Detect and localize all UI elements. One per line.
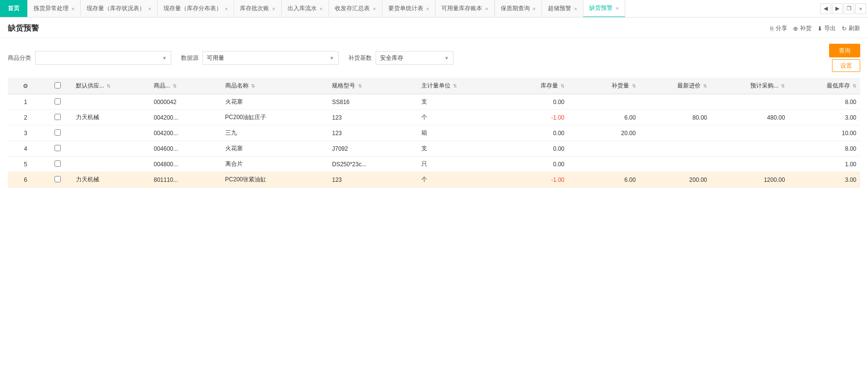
filter-category-label: 商品分类 xyxy=(8,54,31,62)
cell-supplier-2 xyxy=(72,125,150,141)
tab-exception-close[interactable]: × xyxy=(72,6,74,12)
cell-code-4: 004800... xyxy=(150,157,221,172)
tab-overstock-close[interactable]: × xyxy=(574,6,577,12)
tab-shortage-close[interactable]: × xyxy=(615,5,618,11)
th-code[interactable]: 商品... ⇅ xyxy=(150,78,221,94)
tab-inout-label: 出入库流水 xyxy=(288,4,317,13)
row-checkbox-0[interactable] xyxy=(54,98,61,105)
cell-code-3: 004600... xyxy=(150,141,221,157)
cell-price-3 xyxy=(640,141,711,157)
tab-order-stats-close[interactable]: × xyxy=(426,6,429,12)
tab-shortage[interactable]: 缺货预警 × xyxy=(583,0,625,18)
cell-spec-4: DS250*23c... xyxy=(328,157,417,172)
th-supplier[interactable]: 默认供应... ⇅ xyxy=(72,78,150,94)
replenish-label: 补货 xyxy=(800,24,812,33)
stock-value-1: -1.00 xyxy=(551,114,564,121)
tab-nav-buttons: ◀ ▶ ❐ × xyxy=(818,3,868,14)
row-checkbox-1[interactable] xyxy=(54,114,61,120)
th-minstock-label: 最低库存 xyxy=(827,82,850,89)
window-close-button[interactable]: × xyxy=(855,3,866,14)
th-spec[interactable]: 规格型号 ⇅ xyxy=(328,78,417,94)
filter-datasource-value: 可用量 xyxy=(207,54,224,62)
row-checkbox-3[interactable] xyxy=(54,145,61,151)
table-header-row: ⚙ 默认供应... ⇅ 商品... ⇅ 商品名称 ⇅ xyxy=(8,78,860,94)
tab-exception[interactable]: 拣货异常处理 × xyxy=(28,0,81,18)
tab-inout[interactable]: 出入库流水 × xyxy=(282,0,329,18)
th-unit-label: 主计量单位 xyxy=(421,82,451,89)
tab-exception-label: 拣货异常处理 xyxy=(34,4,69,13)
row-checkbox-4[interactable] xyxy=(54,160,61,167)
tab-inout-close[interactable]: × xyxy=(320,6,323,12)
cell-supplier-1: 力天机械 xyxy=(72,110,150,125)
tab-collect-label: 收发存汇总表 xyxy=(335,4,370,13)
tab-expiry-close[interactable]: × xyxy=(533,6,536,12)
tab-stock-status[interactable]: 现存量（库存状况表） × xyxy=(81,0,157,18)
th-settings[interactable]: ⚙ xyxy=(8,78,43,94)
tab-collect[interactable]: 收发存汇总表 × xyxy=(329,0,382,18)
th-supplier-sort-icon: ⇅ xyxy=(107,83,110,88)
th-minstock[interactable]: 最低库存 ⇅ xyxy=(789,78,860,94)
tab-order-stats[interactable]: 要货单统计表 × xyxy=(382,0,435,18)
export-icon: ⬇ xyxy=(817,25,822,32)
settings-button[interactable]: 设置 xyxy=(832,59,860,72)
refresh-button[interactable]: ↻ 刷新 xyxy=(842,24,860,33)
tab-next-button[interactable]: ▶ xyxy=(832,3,843,14)
row-checkbox-2[interactable] xyxy=(54,129,61,136)
cell-unit-5: 个 xyxy=(417,172,497,188)
cell-minstock-3: 8.00 xyxy=(789,141,860,157)
cell-stock-0: 0.00 xyxy=(497,94,568,110)
cell-code-0: 0000042 xyxy=(150,94,221,110)
cell-stock-2: 0.00 xyxy=(497,125,568,141)
cell-unit-2: 箱 xyxy=(417,125,497,141)
filter-category-select[interactable]: ▼ xyxy=(35,51,171,65)
tab-stock-dist-close[interactable]: × xyxy=(225,6,228,12)
th-replenish[interactable]: 补货量 ⇅ xyxy=(568,78,640,94)
share-label: 分享 xyxy=(776,24,787,33)
query-button[interactable]: 查询 xyxy=(829,44,860,57)
cell-price-0 xyxy=(640,94,711,110)
refresh-label: 刷新 xyxy=(849,24,860,33)
stock-value-0: 0.00 xyxy=(553,99,564,106)
tab-overstock[interactable]: 超储预警 × xyxy=(542,0,583,18)
th-purchase[interactable]: 预计采购... ⇅ xyxy=(711,78,789,94)
tab-stock-status-close[interactable]: × xyxy=(148,6,151,12)
tab-collect-close[interactable]: × xyxy=(373,6,376,12)
filter-datasource-select[interactable]: 可用量 ▼ xyxy=(202,51,339,65)
th-stock[interactable]: 库存量 ⇅ xyxy=(497,78,568,94)
tab-expiry[interactable]: 保质期查询 × xyxy=(495,0,542,18)
tab-home[interactable]: 首页 xyxy=(0,0,28,18)
filter-datasource-label: 数据源 xyxy=(181,54,199,62)
table-row: 1 0000042 火花塞 SS816 支 0.00 8.00 xyxy=(8,94,860,110)
th-price[interactable]: 最新进价 ⇅ xyxy=(640,78,711,94)
share-button[interactable]: ⎘ 分享 xyxy=(770,24,787,33)
cell-name-2: 三九 xyxy=(221,125,328,141)
tab-available[interactable]: 可用量库存账本 × xyxy=(435,0,494,18)
cell-num-0: 1 xyxy=(8,94,43,110)
th-name[interactable]: 商品名称 ⇅ xyxy=(221,78,328,94)
th-stock-sort-icon: ⇅ xyxy=(561,83,564,88)
select-all-checkbox[interactable] xyxy=(54,82,61,88)
cell-replenish-4 xyxy=(568,157,640,172)
tab-available-label: 可用量库存账本 xyxy=(441,4,482,13)
replenish-button[interactable]: ⊕ 补货 xyxy=(793,24,812,33)
tab-prev-button[interactable]: ◀ xyxy=(820,3,831,14)
page-title: 缺货预警 xyxy=(8,23,770,34)
table-row: 6 力天机械 801110... PC200张紧油缸 123 个 -1.00 6… xyxy=(8,172,860,188)
filter-replenish-select[interactable]: 安全库存 ▼ xyxy=(376,51,453,65)
row-checkbox-5[interactable] xyxy=(54,176,61,182)
cell-purchase-5: 1200.00 xyxy=(711,172,789,188)
cell-checkbox-0 xyxy=(43,94,72,110)
cell-minstock-1: 3.00 xyxy=(789,110,860,125)
cell-price-2 xyxy=(640,125,711,141)
tab-batch-close[interactable]: × xyxy=(272,6,275,12)
cell-code-1: 004200... xyxy=(150,110,221,125)
export-button[interactable]: ⬇ 导出 xyxy=(817,24,836,33)
window-restore-button[interactable]: ❐ xyxy=(844,3,854,14)
cell-purchase-4 xyxy=(711,157,789,172)
th-unit[interactable]: 主计量单位 ⇅ xyxy=(417,78,497,94)
tab-stock-status-label: 现存量（库存状况表） xyxy=(87,4,145,13)
tab-available-close[interactable]: × xyxy=(485,6,488,12)
cell-unit-1: 个 xyxy=(417,110,497,125)
tab-batch[interactable]: 库存批次账 × xyxy=(234,0,281,18)
tab-stock-dist[interactable]: 现存量（库存分布表） × xyxy=(158,0,234,18)
